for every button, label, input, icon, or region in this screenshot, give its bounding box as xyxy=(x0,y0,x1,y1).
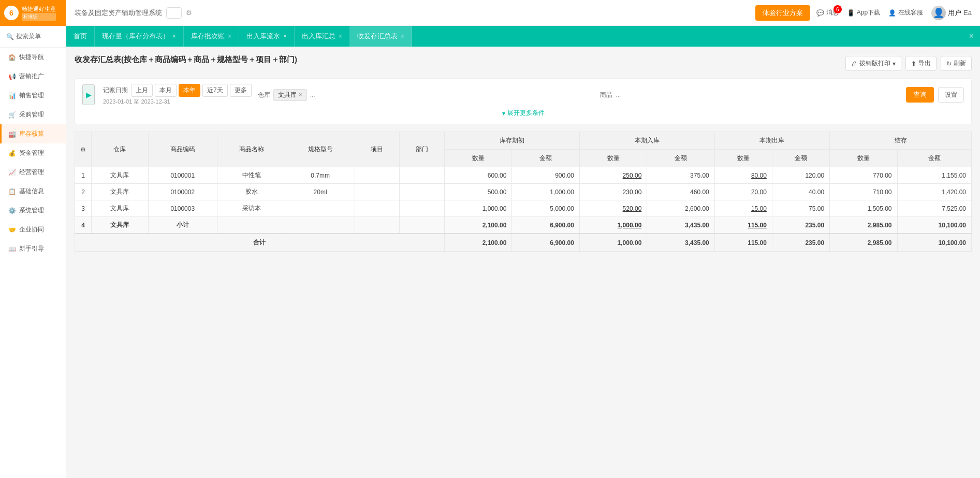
row-out-qty[interactable]: 15.00 xyxy=(714,200,772,217)
warehouse-tag-close[interactable]: × xyxy=(299,91,302,98)
phone-icon: 📱 xyxy=(847,9,855,17)
row-opening-qty: 600.00 xyxy=(444,167,511,184)
row-spec xyxy=(286,217,355,234)
export-button[interactable]: ⬆ 导出 xyxy=(905,56,937,71)
filter-settings-button[interactable]: 设置 xyxy=(938,87,964,103)
footer-opening-qty: 2,100.00 xyxy=(444,234,511,252)
sidebar-item-business[interactable]: 📈 经营管理 xyxy=(0,163,66,182)
tab-close-batch[interactable]: × xyxy=(228,33,231,39)
date-btn-7days[interactable]: 近7天 xyxy=(202,84,228,97)
close-all-tabs[interactable]: × xyxy=(963,32,980,41)
system-selector[interactable] xyxy=(166,7,182,19)
user-menu[interactable]: 👤 用户 Ea xyxy=(931,6,972,20)
online-service-action[interactable]: 👤 在线客服 xyxy=(888,8,923,17)
sidebar-item-sales[interactable]: 📊 销售管理 xyxy=(0,86,66,105)
warehouse-more[interactable]: ... xyxy=(310,91,315,98)
row-project xyxy=(355,167,400,184)
sidebar-item-marketing[interactable]: 📢 营销推广 xyxy=(0,67,66,86)
footer-in-amt: 3,435.00 xyxy=(647,234,714,252)
sidebar-item-inventory[interactable]: 🏭 库存核算 xyxy=(0,124,66,143)
date-label: 记账日期 xyxy=(103,86,128,95)
tab-flow[interactable]: 出入库流水 × xyxy=(239,26,295,47)
sidebar-item-finance[interactable]: 💰 资金管理 xyxy=(0,143,66,163)
row-code: 0100001 xyxy=(148,167,217,184)
sidebar-item-system[interactable]: ⚙️ 系统管理 xyxy=(0,201,66,220)
goods-more[interactable]: ... xyxy=(616,91,621,98)
row-out-amt: 75.00 xyxy=(772,200,829,217)
page-header: 收发存汇总表(按仓库＋商品编码＋商品＋规格型号＋项目＋部门) 🖨 拨销版打印 ▾… xyxy=(75,55,972,72)
footer-out-qty: 115.00 xyxy=(714,234,772,252)
system-title: 装备及固定资产辅助管理系统 xyxy=(75,8,162,18)
date-btn-this-month[interactable]: 本月 xyxy=(155,84,177,97)
settings-icon[interactable]: ⚙ xyxy=(186,9,192,17)
tab-home[interactable]: 首页 xyxy=(66,26,95,47)
footer-opening-amt: 6,900.00 xyxy=(512,234,579,252)
tab-inventory-dist[interactable]: 现存量（库存分布表） × xyxy=(95,26,184,47)
marketing-icon: 📢 xyxy=(8,73,16,81)
col-settings[interactable]: ⚙ xyxy=(75,132,92,167)
row-out-qty[interactable]: 80.00 xyxy=(714,167,772,184)
tab-close-stock-summary[interactable]: × xyxy=(401,33,404,39)
tab-close-flow[interactable]: × xyxy=(283,33,287,39)
sidebar-item-quick-nav[interactable]: 🏠 快捷导航 xyxy=(0,48,66,67)
row-in-qty[interactable]: 230.00 xyxy=(579,184,647,200)
refresh-button[interactable]: ↻ 刷新 xyxy=(941,56,972,71)
tab-close-summary[interactable]: × xyxy=(339,33,342,39)
date-btn-last-month[interactable]: 上月 xyxy=(131,84,153,97)
row-in-qty[interactable]: 250.00 xyxy=(579,167,647,184)
tab-stock-summary[interactable]: 收发存汇总表 × xyxy=(350,26,412,47)
sidebar-search-area: 🔍 搜索菜单 xyxy=(0,26,66,48)
message-icon: 💬 xyxy=(816,9,824,17)
page-title: 收发存汇总表(按仓库＋商品编码＋商品＋规格型号＋项目＋部门) xyxy=(75,55,297,65)
tab-close-inventory-dist[interactable]: × xyxy=(172,33,176,39)
sidebar-item-purchase[interactable]: 🛒 采购管理 xyxy=(0,105,66,124)
inventory-icon: 🏭 xyxy=(8,130,16,138)
row-no: 1 xyxy=(75,167,92,184)
guide-icon: 📖 xyxy=(8,245,16,253)
date-btn-this-year[interactable]: 本年 xyxy=(179,84,200,97)
tab-batch[interactable]: 库存批次账 × xyxy=(184,26,239,47)
row-dept xyxy=(400,184,445,200)
filter-collapse-button[interactable]: ▶ xyxy=(82,84,95,105)
warehouse-label: 仓库 xyxy=(258,91,270,99)
col-name: 商品名称 xyxy=(217,132,286,167)
col-in-amt: 金额 xyxy=(647,150,714,167)
row-spec xyxy=(286,200,355,217)
row-code: 0100002 xyxy=(148,184,217,200)
row-opening-amt: 6,900.00 xyxy=(512,217,579,234)
footer-in-qty: 1,000.00 xyxy=(579,234,647,252)
search-menu-button[interactable]: 🔍 搜索菜单 xyxy=(4,30,62,43)
row-name: 胶水 xyxy=(217,184,286,200)
date-btn-more[interactable]: 更多 xyxy=(230,84,252,97)
expand-more-button[interactable]: ▾ 展开更多条件 xyxy=(502,109,545,118)
query-button[interactable]: 查询 xyxy=(906,87,934,103)
sidebar-item-guide[interactable]: 📖 新手引导 xyxy=(0,239,66,258)
enterprise-icon: 🤝 xyxy=(8,226,16,234)
row-balance-qty: 2,985.00 xyxy=(830,217,897,234)
sidebar-item-basic[interactable]: 📋 基础信息 xyxy=(0,182,66,201)
row-in-qty[interactable]: 520.00 xyxy=(579,200,647,217)
app-download-action[interactable]: 📱 App下载 xyxy=(847,8,880,17)
row-code: 0100003 xyxy=(148,200,217,217)
row-project xyxy=(355,217,400,234)
col-dept: 部门 xyxy=(400,132,445,167)
tab-summary[interactable]: 出入库汇总 × xyxy=(295,26,350,47)
logo-title: 畅捷通好生意 xyxy=(22,5,56,12)
trial-button[interactable]: 体验行业方案 xyxy=(755,5,810,21)
row-warehouse: 文具库 xyxy=(92,200,149,217)
message-action[interactable]: 💬 消息 6 xyxy=(816,8,839,17)
page-header-actions: 🖨 拨销版打印 ▾ ⬆ 导出 ↻ 刷新 xyxy=(845,56,972,71)
footer-label: 合计 xyxy=(75,234,445,252)
col-group-in: 本期入库 xyxy=(579,132,714,150)
row-balance-qty: 1,505.00 xyxy=(830,200,897,217)
filter-warehouse-section: 仓库 文具库 × ... xyxy=(258,89,315,101)
sidebar: 6 畅捷通好生意 标准版 🔍 搜索菜单 🏠 快捷导航 📢 营销推广 📊 销售管理… xyxy=(0,0,66,478)
topbar-actions: 💬 消息 6 📱 App下载 👤 在线客服 👤 用户 Ea xyxy=(816,6,972,20)
col-out-qty: 数量 xyxy=(714,150,772,167)
sidebar-item-enterprise[interactable]: 🤝 企业协同 xyxy=(0,220,66,239)
row-out-qty[interactable]: 20.00 xyxy=(714,184,772,200)
col-balance-amt: 金额 xyxy=(897,150,971,167)
table-header-row-1: ⚙ 仓库 商品编码 商品名称 规格型号 项目 部门 库存期初 本期入库 本期出库… xyxy=(75,132,972,150)
print-button[interactable]: 🖨 拨销版打印 ▾ xyxy=(845,56,901,71)
basic-icon: 📋 xyxy=(8,187,16,196)
